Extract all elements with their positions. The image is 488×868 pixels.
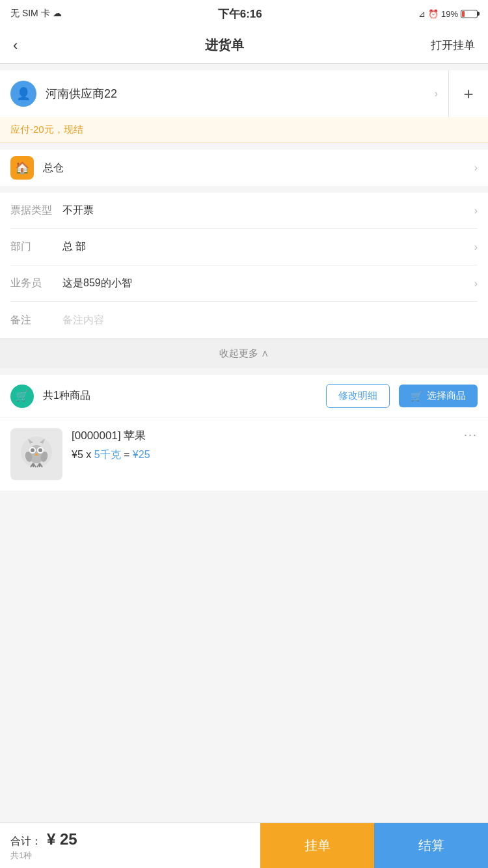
nav-bar: ‹ 进货单 打开挂单 [0,27,488,64]
invoice-type-label: 票据类型 [10,204,62,217]
battery-percent: 19% [441,9,458,19]
invoice-type-row[interactable]: 票据类型 不开票 › [10,193,478,229]
open-hang-button[interactable]: 打开挂单 [431,38,475,53]
invoice-type-value: 不开票 [62,204,474,217]
notice-bar: 应付-20元，现结 [0,117,488,143]
warehouse-section: 🏠 总仓 › [0,150,488,186]
invoice-chevron-icon: › [474,205,478,217]
location-icon: ⊿ [418,9,426,19]
select-product-label: 选择商品 [427,390,466,402]
fields-section: 票据类型 不开票 › 部门 总 部 › 业务员 这是859的小智 › 备注 备注… [0,193,488,338]
alarm-icon: ⏰ [428,9,439,19]
product-name: [0000001] 苹果 [72,428,455,443]
multiply-sign: x [86,449,94,460]
remark-row[interactable]: 备注 备注内容 [10,302,478,338]
svg-point-5 [38,448,42,452]
supplier-avatar: 👤 [10,81,36,107]
status-bar: 无 SIM 卡 ☁ 下午6:16 ⊿ ⏰ 19% [0,0,488,27]
qty-value: 5千克 [94,449,121,460]
product-more-button[interactable]: ··· [464,428,478,442]
salesperson-row[interactable]: 业务员 这是859的小智 › [10,265,478,302]
salesperson-label: 业务员 [10,277,62,290]
product-thumbnail [10,428,62,480]
product-card: [0000001] 苹果 ¥5 x 5千克 = ¥25 ··· [0,418,488,491]
remark-input[interactable]: 备注内容 [62,314,478,327]
status-left: 无 SIM 卡 ☁ [10,8,62,20]
supplier-name: 河南供应商22 [46,86,435,102]
total-amount: ¥ 25 [47,830,77,848]
equals-sign: = [124,449,133,460]
person-icon: 👤 [16,87,31,101]
total-label: 合计： [10,835,42,848]
department-label: 部门 [10,240,62,254]
product-count-label: 共1种商品 [43,389,317,403]
product-id: [0000001] [72,429,121,442]
status-right: ⊿ ⏰ 19% [418,9,478,19]
total-count: 共1种 [10,850,250,861]
bottom-bar: 合计： ¥ 25 共1种 挂单 结算 [0,822,488,868]
product-info: [0000001] 苹果 ¥5 x 5千克 = ¥25 [72,428,455,462]
warehouse-icon: 🏠 [10,156,34,180]
supplier-section: 👤 河南供应商22 › + [0,70,488,117]
department-chevron-icon: › [474,241,478,253]
collapse-button[interactable]: 收起更多 ∧ [0,338,488,368]
product-price: ¥5 x 5千克 = ¥25 [72,448,455,462]
home-icon: 🏠 [15,161,29,175]
remark-label: 备注 [10,314,62,327]
supplier-chevron-icon: › [435,88,438,100]
warehouse-name: 总仓 [43,161,474,175]
unit-price: ¥5 [72,449,83,460]
salesperson-value: 这是859的小智 [62,277,474,290]
warehouse-row[interactable]: 🏠 总仓 › [10,150,478,186]
total-price: ¥25 [133,449,150,460]
cart-icon: 🛒 [16,390,29,402]
page-title: 进货单 [205,36,244,54]
supplier-add-button[interactable]: + [449,70,488,117]
battery-icon [461,10,478,18]
salesperson-chevron-icon: › [474,278,478,290]
warehouse-chevron-icon: › [474,162,478,174]
product-header: 🛒 共1种商品 修改明细 🛒 选择商品 [0,375,488,417]
sim-label: 无 SIM 卡 ☁ [10,8,62,20]
hang-order-button[interactable]: 挂单 [260,823,374,868]
edit-detail-button[interactable]: 修改明细 [326,384,390,408]
product-title-text: 苹果 [124,429,146,442]
product-section-icon: 🛒 [10,385,34,408]
owl-logo-icon [20,436,53,473]
svg-point-4 [31,448,34,452]
back-button[interactable]: ‹ [13,37,18,54]
department-row[interactable]: 部门 总 部 › [10,229,478,265]
supplier-select-button[interactable]: 👤 河南供应商22 › [0,70,449,117]
status-time: 下午6:16 [218,7,262,21]
select-product-button[interactable]: 🛒 选择商品 [399,385,478,407]
select-product-icon: 🛒 [411,390,423,402]
bottom-total: 合计： ¥ 25 共1种 [0,823,260,868]
checkout-button[interactable]: 结算 [374,823,488,868]
department-value: 总 部 [62,240,474,254]
